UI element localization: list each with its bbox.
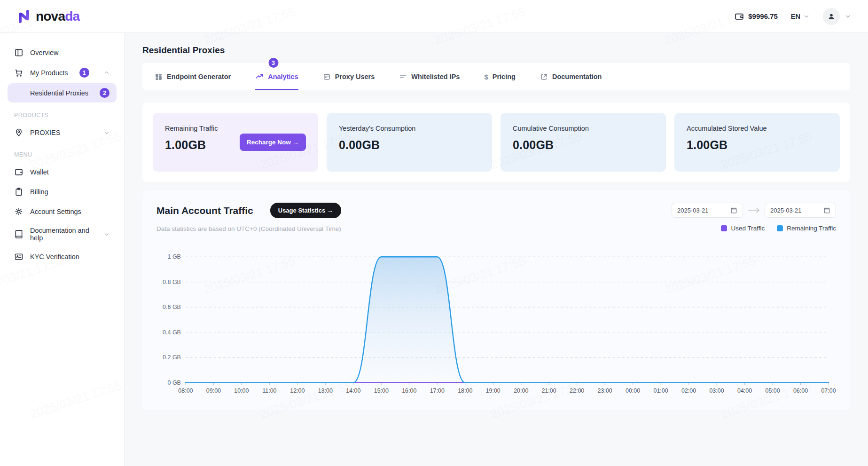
x-tick-label: 13:00 xyxy=(318,387,333,394)
language-selector[interactable]: EN xyxy=(791,13,810,20)
language-label: EN xyxy=(791,13,800,20)
sidebar-section-products: PRODUCTS xyxy=(14,112,110,118)
page-title: Residential Proxies xyxy=(142,45,850,55)
top-bar: novada $9996.75 EN xyxy=(0,0,868,33)
y-tick-label: 0.8 GB xyxy=(163,279,181,285)
tab-label: Endpoint Generator xyxy=(167,73,231,80)
external-link-icon xyxy=(540,73,548,81)
sidebar: Overview My Products 1 Residential Proxi… xyxy=(0,33,125,466)
x-tick-label: 05:00 xyxy=(765,387,780,394)
sidebar-item-my-products[interactable]: My Products 1 xyxy=(8,63,117,82)
stat-value: 0.00GB xyxy=(513,138,589,152)
x-tick-label: 01:00 xyxy=(654,387,668,394)
sidebar-item-label: KYC Verification xyxy=(30,253,79,261)
tab-endpoint-generator[interactable]: Endpoint Generator xyxy=(155,63,231,90)
traffic-chart: 0 GB0.2 GB0.4 GB0.6 GB0.8 GB1 GB08:0009:… xyxy=(156,243,836,403)
sidebar-item-label: Account Settings xyxy=(30,208,81,215)
sidebar-item-label: PROXIES xyxy=(30,129,60,136)
sidebar-item-proxies[interactable]: PROXIES xyxy=(8,123,117,142)
sidebar-item-account-settings[interactable]: Account Settings xyxy=(8,202,117,221)
y-tick-label: 0 GB xyxy=(168,379,181,386)
date-to-input[interactable]: 2025-03-21 xyxy=(765,203,836,218)
balance-amount: $9996.75 xyxy=(748,12,778,20)
stat-card-accumulated-stored-value: Accumulated Stored Value 1.00GB xyxy=(674,113,840,172)
my-products-badge: 1 xyxy=(79,68,89,78)
list-icon xyxy=(399,73,407,81)
tab-label: Pricing xyxy=(493,73,516,80)
tab-whitelisted-ips[interactable]: Whitelisted IPs xyxy=(399,63,460,90)
sidebar-item-overview[interactable]: Overview xyxy=(8,43,117,62)
chevron-down-icon xyxy=(845,13,851,20)
tab-proxy-users[interactable]: Proxy Users xyxy=(323,63,375,90)
x-tick-label: 10:00 xyxy=(234,387,249,394)
residential-proxies-badge: 2 xyxy=(100,88,109,98)
tab-analytics[interactable]: 3 Analytics xyxy=(255,63,298,90)
stat-value: 1.00GB xyxy=(687,138,767,152)
book-icon xyxy=(14,229,23,239)
wallet-balance[interactable]: $9996.75 xyxy=(735,12,778,21)
x-tick-label: 00:00 xyxy=(626,387,640,394)
stat-value: 1.00GB xyxy=(165,138,218,152)
x-tick-label: 19:00 xyxy=(486,387,500,394)
legend-label: Used Traffic xyxy=(731,225,765,232)
x-tick-label: 08:00 xyxy=(178,387,193,394)
x-tick-label: 20:00 xyxy=(514,387,528,394)
stat-card-cumulative-consumption: Cumulative Consumption 0.00GB xyxy=(500,113,666,172)
x-tick-label: 16:00 xyxy=(402,387,416,394)
chevron-down-icon xyxy=(803,13,810,20)
traffic-panel-title: Main Account Traffic xyxy=(156,205,253,216)
avatar xyxy=(823,8,840,25)
dollar-icon: $ xyxy=(484,73,488,81)
tab-documentation[interactable]: Documentation xyxy=(540,63,602,90)
stat-card-remaining-traffic: Remaining Traffic 1.00GB Recharge Now → xyxy=(153,113,318,172)
chevron-down-icon xyxy=(103,231,110,237)
sidebar-section-menu: MENU xyxy=(14,151,110,158)
wallet-icon xyxy=(14,167,23,177)
x-tick-label: 07:00 xyxy=(821,387,836,394)
sidebar-item-documentation-help[interactable]: Documentation and help xyxy=(8,222,117,246)
x-tick-label: 15:00 xyxy=(374,387,389,394)
sidebar-item-residential-proxies[interactable]: Residential Proxies 2 xyxy=(8,83,117,103)
tab-label: Whitelisted IPs xyxy=(411,73,460,80)
legend-swatch-used xyxy=(721,225,727,231)
sidebar-item-wallet[interactable]: Wallet xyxy=(8,163,117,182)
chart-legend: Used Traffic Remaining Traffic xyxy=(721,225,836,232)
cart-icon xyxy=(14,68,23,78)
y-tick-label: 0.6 GB xyxy=(163,304,181,310)
trending-up-icon xyxy=(255,72,264,81)
gear-icon xyxy=(14,207,23,216)
x-tick-label: 23:00 xyxy=(598,387,612,394)
x-tick-label: 21:00 xyxy=(542,387,556,394)
logo[interactable]: novada xyxy=(17,9,79,24)
stat-label: Remaining Traffic xyxy=(165,125,218,132)
calendar-icon xyxy=(323,73,331,81)
traffic-panel-subtitle: Data statistics are based on UTC+0 (Coor… xyxy=(156,225,341,232)
y-tick-label: 1 GB xyxy=(168,253,181,260)
grid-icon xyxy=(155,73,163,81)
sidebar-item-label: Overview xyxy=(30,49,58,56)
user-menu[interactable] xyxy=(823,8,851,25)
calendar-icon xyxy=(730,207,737,214)
x-tick-label: 14:00 xyxy=(346,387,360,394)
sidebar-item-label: Billing xyxy=(30,188,48,196)
tab-pricing[interactable]: $ Pricing xyxy=(484,63,516,90)
sidebar-item-billing[interactable]: Billing xyxy=(8,182,117,201)
x-tick-label: 02:00 xyxy=(681,387,696,394)
legend-swatch-remaining xyxy=(777,225,783,231)
stat-label: Accumulated Stored Value xyxy=(687,125,767,132)
sidebar-item-kyc-verification[interactable]: KYC Verification xyxy=(8,247,117,266)
active-tab-underline xyxy=(255,89,298,90)
stat-value: 0.00GB xyxy=(339,138,415,152)
stat-label: Yesterday's Consumption xyxy=(339,125,415,132)
remaining-traffic-line xyxy=(186,257,829,383)
analytics-badge: 3 xyxy=(268,58,278,68)
recharge-now-button[interactable]: Recharge Now → xyxy=(240,134,306,151)
legend-label: Remaining Traffic xyxy=(787,225,836,232)
stat-label: Cumulative Consumption xyxy=(513,125,589,132)
y-tick-label: 0.2 GB xyxy=(163,354,181,361)
main-content: Residential Proxies Endpoint Generator 3… xyxy=(125,0,868,422)
sidebar-item-label: Documentation and help xyxy=(30,227,97,242)
usage-statistics-button[interactable]: Usage Statistics → xyxy=(270,203,341,218)
date-from-input[interactable]: 2025-03-21 xyxy=(672,203,743,218)
legend-remaining-traffic: Remaining Traffic xyxy=(777,225,836,232)
